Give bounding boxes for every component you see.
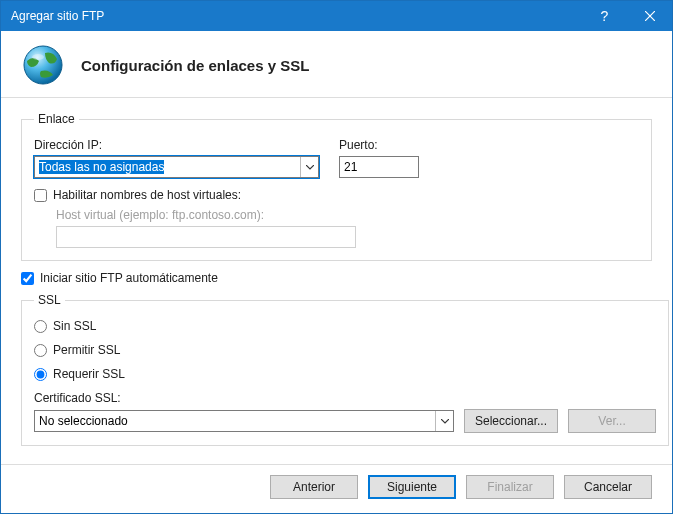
enlace-group: Enlace Dirección IP: Todas las no asigna… — [21, 112, 652, 261]
content-area: Enlace Dirección IP: Todas las no asigna… — [1, 98, 672, 464]
ssl-allow-label: Permitir SSL — [53, 343, 120, 357]
dialog-window: Agregar sitio FTP ? Configuración de enl… — [0, 0, 673, 514]
port-label: Puerto: — [339, 138, 419, 152]
ssl-allow-radio[interactable] — [34, 344, 47, 357]
help-button[interactable]: ? — [582, 1, 627, 31]
cert-label: Certificado SSL: — [34, 391, 656, 405]
virtual-hosts-checkbox[interactable] — [34, 189, 47, 202]
globe-icon — [21, 43, 65, 87]
cert-value: No seleccionado — [35, 412, 435, 430]
ssl-require-label: Requerir SSL — [53, 367, 125, 381]
chevron-down-icon — [300, 157, 318, 177]
virtual-host-label: Host virtual (ejemplo: ftp.contoso.com): — [56, 208, 639, 222]
ssl-legend: SSL — [34, 293, 65, 307]
close-button[interactable] — [627, 1, 672, 31]
footer: Anterior Siguiente Finalizar Cancelar — [1, 464, 672, 513]
cert-combo[interactable]: No seleccionado — [34, 410, 454, 432]
cancel-button[interactable]: Cancelar — [564, 475, 652, 499]
previous-button[interactable]: Anterior — [270, 475, 358, 499]
ssl-none-label: Sin SSL — [53, 319, 96, 333]
ip-value: Todas las no asignadas — [39, 160, 164, 174]
ip-combo[interactable]: Todas las no asignadas — [34, 156, 319, 178]
chevron-down-icon — [435, 411, 453, 431]
virtual-host-input — [56, 226, 356, 248]
titlebar: Agregar sitio FTP ? — [1, 1, 672, 31]
auto-start-label: Iniciar sitio FTP automáticamente — [40, 271, 218, 285]
port-input[interactable] — [339, 156, 419, 178]
page-title: Configuración de enlaces y SSL — [81, 57, 309, 74]
ssl-require-radio[interactable] — [34, 368, 47, 381]
virtual-hosts-label: Habilitar nombres de host virtuales: — [53, 188, 241, 202]
view-cert-button: Ver... — [568, 409, 656, 433]
finish-button: Finalizar — [466, 475, 554, 499]
close-icon — [645, 11, 655, 21]
header: Configuración de enlaces y SSL — [1, 31, 672, 98]
ssl-none-radio[interactable] — [34, 320, 47, 333]
next-button[interactable]: Siguiente — [368, 475, 456, 499]
auto-start-checkbox[interactable] — [21, 272, 34, 285]
select-cert-button[interactable]: Seleccionar... — [464, 409, 558, 433]
ssl-group: SSL Sin SSL Permitir SSL Requerir SSL Ce… — [21, 293, 669, 446]
window-title: Agregar sitio FTP — [11, 9, 582, 23]
enlace-legend: Enlace — [34, 112, 79, 126]
ip-label: Dirección IP: — [34, 138, 319, 152]
svg-point-3 — [32, 54, 44, 60]
